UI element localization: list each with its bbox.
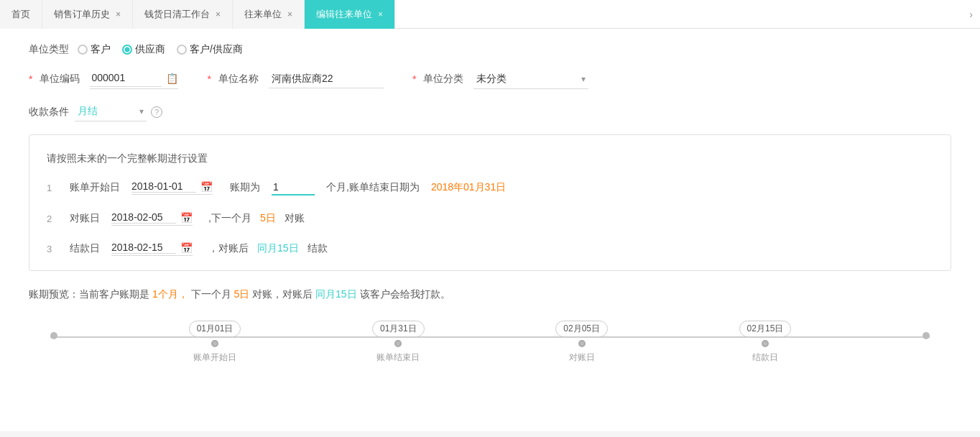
end-dot-shape — [923, 332, 930, 339]
copy-icon[interactable]: 📋 — [166, 73, 178, 84]
timeline-point-2: 01月31日 账单结束日 — [372, 321, 425, 364]
timeline-node-3 — [578, 340, 586, 347]
payment-condition-label: 收款条件 — [29, 106, 69, 119]
tab-home[interactable]: 首页 — [0, 0, 42, 29]
section-instruction: 请按照未来的一个完整帐期进行设置 — [47, 152, 933, 165]
period-date-input-2[interactable] — [111, 211, 176, 224]
end-date-highlight: 2018年01月31日 — [431, 181, 506, 194]
period-suffix-1: 账期为 — [230, 181, 260, 194]
unit-code-label: 单位编码 — [40, 73, 80, 86]
tab-edit-partner[interactable]: 编辑往来单位 × — [305, 0, 395, 29]
timeline-point-1: 01月01日 账单开始日 — [189, 321, 241, 364]
tab-home-label: 首页 — [11, 8, 30, 21]
period-field-label-1: 账单开始日 — [70, 181, 120, 194]
unit-fields-row: * 单位编码 📋 * 单位名称 * 单位分类 未分类 ▾ — [29, 69, 951, 89]
timeline-label-1: 账单开始日 — [193, 351, 236, 364]
unit-name-group: * 单位名称 — [207, 70, 383, 88]
required-star2: * — [207, 73, 211, 85]
radio-supplier-label: 供应商 — [135, 43, 165, 56]
tab-sales-history[interactable]: 销售订单历史 × — [42, 0, 133, 29]
period-row-3: 3 结款日 📅 ，对账后 同月15日 结款 — [47, 242, 933, 256]
unit-category-value: 未分类 — [476, 73, 577, 86]
tab-sales-history-label: 销售订单历史 — [54, 8, 110, 21]
calendar-icon-1[interactable]: 📅 — [200, 181, 213, 193]
unit-type-row: 单位类型 客户 供应商 客户/供应商 — [29, 43, 951, 56]
timeline-end-dot — [923, 321, 930, 339]
period-row-1: 1 账单开始日 📅 账期为 个月,账单结束日期为 2018年01月31日 — [47, 180, 933, 196]
period-suffix-2c: 对账 — [285, 212, 305, 225]
calendar-icon-2[interactable]: 📅 — [180, 212, 193, 224]
unit-category-label: 单位分类 — [423, 73, 463, 86]
preview-text: 账期预览：当前客户账期是 1个月， 下一个月 5日 对账，对账后 同月15日 该… — [29, 285, 951, 303]
unit-name-label: 单位名称 — [218, 73, 259, 86]
period-num-3: 3 — [47, 244, 61, 254]
preview-part2-highlight: 5日 — [234, 288, 249, 300]
period-field-label-3: 结款日 — [70, 242, 100, 255]
start-dot-shape — [50, 332, 57, 339]
tab-partner-units[interactable]: 往来单位 × — [233, 0, 305, 29]
period-suffix-2b: 5日 — [260, 212, 276, 225]
period-suffix-3c: 结款 — [308, 242, 328, 255]
radio-both-label: 客户/供应商 — [190, 43, 243, 56]
period-date-input-1[interactable] — [131, 180, 196, 193]
tab-edit-partner-label: 编辑往来单位 — [316, 8, 372, 21]
timeline-label-3: 对账日 — [569, 351, 595, 364]
radio-group: 客户 供应商 客户/供应商 — [78, 43, 243, 56]
chevron-down-icon: ▾ — [581, 74, 586, 84]
timeline-badge-3: 02月05日 — [555, 321, 608, 337]
preview-part3: 对账，对账后 — [252, 288, 313, 300]
tab-partner-units-label: 往来单位 — [244, 8, 282, 21]
months-input[interactable] — [272, 180, 315, 196]
timeline: 01月01日 账单开始日 01月31日 账单结束日 02月05日 对账日 — [29, 321, 951, 364]
close-icon[interactable]: × — [116, 9, 121, 19]
close-icon[interactable]: × — [287, 9, 292, 19]
timeline-start-dot — [50, 321, 57, 339]
preview-prefix: 账期预览：当前客户账期是 — [29, 288, 149, 300]
tab-cash-workbench-label: 钱货日清工作台 — [144, 8, 210, 21]
period-date-2: 📅 — [111, 211, 193, 226]
radio-circle-customer — [78, 45, 88, 55]
period-num-2: 2 — [47, 213, 61, 224]
unit-category-select[interactable]: 未分类 ▾ — [473, 70, 588, 89]
tabs-bar: 首页 销售订单历史 × 钱货日清工作台 × 往来单位 × 编辑往来单位 × › — [0, 0, 980, 29]
unit-code-group: * 单位编码 📋 — [29, 69, 178, 89]
timeline-points: 01月01日 账单开始日 01月31日 账单结束日 02月05日 对账日 — [50, 321, 930, 364]
preview-part3-highlight: 同月15日 — [315, 288, 357, 300]
preview-part2: 下一个月 — [191, 288, 231, 300]
period-date-input-3[interactable] — [111, 242, 176, 254]
payment-condition-row: 收款条件 月结 ▾ ? — [29, 102, 951, 121]
radio-circle-supplier — [122, 45, 132, 55]
chevron-down-icon2: ▾ — [139, 106, 144, 116]
period-row-2: 2 对账日 📅 ,下一个月 5日 对账 — [47, 211, 933, 226]
radio-supplier[interactable]: 供应商 — [122, 43, 165, 56]
calendar-icon-3[interactable]: 📅 — [180, 242, 193, 254]
timeline-node-2 — [394, 340, 402, 347]
period-date-3: 📅 — [111, 242, 193, 256]
period-suffix-3a: ，对账后 — [208, 242, 249, 255]
radio-customer[interactable]: 客户 — [78, 43, 111, 56]
payment-condition-select[interactable]: 月结 ▾ — [75, 102, 147, 121]
radio-customer-label: 客户 — [91, 43, 111, 56]
arrow-right-icon: › — [969, 9, 973, 20]
timeline-badge-1: 01月01日 — [189, 321, 241, 337]
period-date-1: 📅 — [131, 180, 213, 195]
period-suffix-2a: ,下一个月 — [208, 212, 251, 225]
tab-arrow[interactable]: › — [962, 9, 980, 20]
close-icon[interactable]: × — [216, 9, 221, 19]
radio-both[interactable]: 客户/供应商 — [177, 43, 243, 56]
period-suffix-3b: 同月15日 — [257, 242, 299, 255]
timeline-point-3: 02月05日 对账日 — [555, 321, 608, 364]
help-question-mark: ? — [154, 108, 159, 116]
unit-name-input[interactable] — [269, 70, 384, 88]
payment-condition-value: 月结 — [78, 105, 135, 118]
close-icon[interactable]: × — [378, 9, 383, 19]
period-num-1: 1 — [47, 183, 61, 193]
preview-part1-highlight: 1个月， — [152, 288, 188, 300]
help-icon[interactable]: ? — [151, 106, 162, 118]
tab-cash-workbench[interactable]: 钱货日清工作台 × — [133, 0, 233, 29]
preview-row: 账期预览：当前客户账期是 1个月， 下一个月 5日 对账，对账后 同月15日 该… — [29, 285, 951, 364]
timeline-point-4: 02月15日 结款日 — [739, 321, 792, 364]
page-content: 单位类型 客户 供应商 客户/供应商 * 单位编码 📋 — [0, 29, 980, 431]
preview-part4: 该客户会给我打款。 — [360, 288, 450, 300]
unit-code-input[interactable] — [90, 69, 162, 87]
